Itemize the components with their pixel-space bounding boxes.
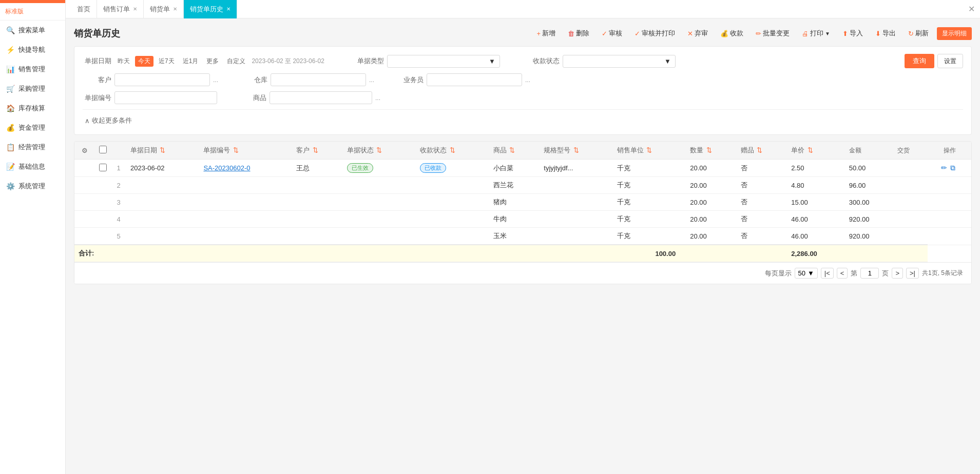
doc-no-link[interactable]: SA-20230602-0: [203, 164, 250, 172]
date-btn-7days[interactable]: 近7天: [156, 56, 178, 67]
date-btn-today[interactable]: 今天: [135, 56, 153, 67]
print-icon: 🖨: [802, 30, 809, 37]
tabbar: 首页 销售订单 ✕ 销货单 ✕ 销货单历史 ✕ ✕: [66, 0, 980, 18]
filter-salesperson-input[interactable]: [427, 73, 522, 86]
filter-warehouse-input[interactable]: [271, 73, 366, 86]
sort-spec-icon[interactable]: ⇅: [573, 146, 579, 154]
import-button[interactable]: ⬆ 导入: [838, 27, 867, 40]
audit-button[interactable]: ✓ 审核: [598, 27, 626, 40]
cell-doc-date: 2023-06-02: [126, 160, 199, 177]
sidebar-item-sys-mgmt[interactable]: ⚙️ 系统管理: [0, 176, 65, 196]
select-all-checkbox[interactable]: [99, 146, 107, 153]
batch-change-button[interactable]: ✏ 批量变更: [752, 27, 794, 40]
filter-doctype-select[interactable]: ▼: [387, 55, 500, 68]
collapse-button[interactable]: ∧ 收起更多条件: [83, 114, 134, 127]
cell-num: 1: [111, 160, 126, 177]
sort-customer-icon[interactable]: ⇅: [313, 146, 318, 154]
cell-price: 46.00: [787, 211, 845, 228]
tab-sales-order-close[interactable]: ✕: [133, 6, 137, 12]
filter-goods-input[interactable]: [270, 91, 372, 104]
cell-actions: ✏⧉: [928, 160, 971, 177]
tab-sales-history-close[interactable]: ✕: [226, 6, 230, 12]
export-button[interactable]: ⬇ 导出: [871, 27, 900, 40]
cell-num: 3: [111, 194, 126, 211]
sidebar-item-finance-mgmt[interactable]: 💰 资金管理: [0, 118, 65, 137]
audit-print-label: 审核并打印: [642, 29, 675, 38]
sidebar-item-inventory[interactable]: 🏠 库存核算: [0, 98, 65, 118]
tab-sales-order[interactable]: 销售订单 ✕: [97, 0, 144, 18]
customer-ellipsis-btn[interactable]: ...: [213, 76, 218, 84]
cell-actions: [928, 211, 971, 228]
filter-docno-input[interactable]: [114, 91, 217, 104]
sidebar-item-search-menu[interactable]: 🔍 搜索菜单: [0, 21, 65, 40]
setting-button[interactable]: 设置: [937, 54, 963, 68]
cell-spec: [540, 177, 612, 194]
print-button[interactable]: 🖨 打印 ▼: [798, 27, 834, 40]
sidebar-item-basic-info[interactable]: 📝 基础信息: [0, 157, 65, 176]
date-btn-custom[interactable]: 自定义: [224, 56, 248, 67]
delete-button[interactable]: 🗑 删除: [564, 27, 593, 40]
settings-icon[interactable]: ⚙: [82, 147, 88, 154]
tab-sales-goods-close[interactable]: ✕: [173, 6, 177, 12]
cell-actions: [928, 177, 971, 194]
date-btn-1month[interactable]: 近1月: [180, 56, 202, 67]
tab-sales-history[interactable]: 销货单历史 ✕: [184, 0, 237, 18]
discard-button[interactable]: ✕ 弃审: [683, 27, 712, 40]
date-btn-more[interactable]: 更多: [203, 56, 222, 67]
sidebar-item-purchase-mgmt[interactable]: 🛒 采购管理: [0, 79, 65, 98]
add-button[interactable]: + 新增: [533, 27, 560, 40]
date-btn-yesterday[interactable]: 昨天: [114, 56, 133, 67]
prev-page-btn[interactable]: <: [837, 268, 848, 279]
tab-sales-goods[interactable]: 销货单 ✕: [144, 0, 184, 18]
sort-unit-icon[interactable]: ⇅: [646, 146, 652, 154]
cell-customer: [292, 194, 343, 211]
tab-home[interactable]: 首页: [71, 0, 97, 18]
collect-icon: 💰: [720, 30, 728, 37]
cell-doc-date: [126, 228, 199, 245]
goods-ellipsis-btn[interactable]: ...: [375, 94, 380, 102]
sidebar-item-sales-mgmt[interactable]: 📊 销售管理: [0, 60, 65, 79]
sidebar: 标准版 🔍 搜索菜单 ⚡ 快捷导航 📊 销售管理 🛒 采购管理 🏠 库存核算 💰…: [0, 0, 66, 474]
cell-gift: 否: [737, 160, 787, 177]
collect-button[interactable]: 💰 收款: [716, 27, 747, 40]
sort-doc-date-icon[interactable]: ⇅: [160, 146, 165, 154]
cell-customer: [292, 211, 343, 228]
query-button[interactable]: 查询: [905, 54, 934, 68]
sort-price-icon[interactable]: ⇅: [808, 146, 813, 154]
th-price-label: 单价: [791, 146, 804, 154]
sort-doc-no-icon[interactable]: ⇅: [233, 146, 239, 154]
warehouse-ellipsis-btn[interactable]: ...: [369, 76, 374, 84]
sidebar-item-quick-nav[interactable]: ⚡ 快捷导航: [0, 40, 65, 60]
cell-spec: [540, 211, 612, 228]
filter-customer-input[interactable]: [114, 73, 210, 86]
sort-goods-icon[interactable]: ⇅: [509, 146, 515, 154]
salesperson-ellipsis-btn[interactable]: ...: [525, 76, 530, 84]
filter-doctype-arrow: ▼: [489, 57, 495, 65]
display-detail-button[interactable]: 显示明细: [937, 27, 972, 40]
page-number-input[interactable]: [860, 268, 879, 279]
row-checkbox[interactable]: [99, 164, 107, 171]
last-page-btn[interactable]: >|: [906, 268, 919, 279]
audit-print-button[interactable]: ✓ 审核并打印: [630, 27, 679, 40]
sort-pay-status-icon[interactable]: ⇅: [450, 146, 455, 154]
copy-action-icon[interactable]: ⧉: [950, 164, 955, 172]
edit-action-icon[interactable]: ✏: [941, 164, 947, 172]
basic-info-icon: 📝: [6, 163, 14, 171]
cell-delivery: [893, 194, 928, 211]
tabbar-close-all[interactable]: ✕: [968, 4, 975, 14]
refresh-button[interactable]: ↻ 刷新: [904, 27, 933, 40]
filter-customer-label: 客户: [83, 75, 111, 85]
sidebar-item-ops-mgmt[interactable]: 📋 经营管理: [0, 137, 65, 157]
th-gift: 赠品 ⇅: [737, 142, 787, 160]
sort-gift-icon[interactable]: ⇅: [757, 146, 762, 154]
first-page-btn[interactable]: |<: [821, 268, 834, 279]
sort-qty-icon[interactable]: ⇅: [706, 146, 712, 154]
per-page-select[interactable]: 50 ▼: [795, 268, 818, 279]
cell-checkbox: [95, 177, 111, 194]
export-icon: ⬇: [875, 30, 881, 37]
sort-doc-status-icon[interactable]: ⇅: [376, 146, 382, 154]
next-page-btn[interactable]: >: [892, 268, 903, 279]
cell-qty: 20.00: [686, 228, 737, 245]
page-unit: 页: [882, 269, 889, 278]
filter-paystatus-select[interactable]: ▼: [563, 55, 676, 68]
